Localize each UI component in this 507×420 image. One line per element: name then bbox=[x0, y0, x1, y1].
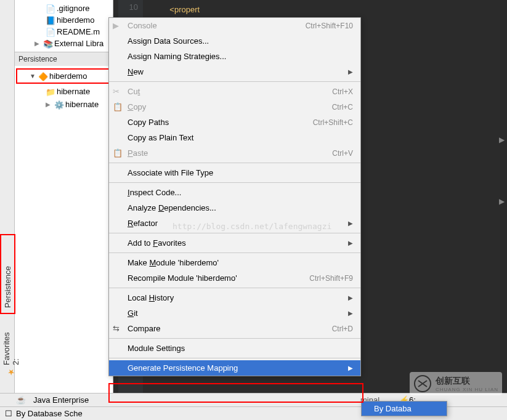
tree-item[interactable]: 📄 .gitignore bbox=[15, 2, 113, 14]
menu-shortcut: Ctrl+C bbox=[332, 103, 353, 111]
menu-item-analyze-dependencies[interactable]: Analyze Dependencies... bbox=[109, 200, 360, 216]
module-icon: 🔶 bbox=[38, 72, 47, 81]
star-icon: ★ bbox=[7, 368, 16, 377]
menu-item-label: Associate with File Type bbox=[128, 168, 353, 177]
watermark: 创新互联 CHUANG XIN HU LIAN bbox=[410, 372, 502, 395]
menu-item-label: Copy as Plain Text bbox=[128, 133, 353, 142]
menu-item-inspect-code[interactable]: Inspect Code... bbox=[109, 185, 360, 200]
library-icon: 📚 bbox=[43, 39, 52, 48]
menu-item-copy-as-plain-text[interactable]: Copy as Plain Text bbox=[109, 130, 360, 145]
copy-icon: 📋 bbox=[113, 102, 123, 112]
submenu-item-by-database[interactable]: By Databa bbox=[362, 402, 447, 416]
compare-icon: ⇆ bbox=[113, 324, 123, 334]
submenu-arrow-icon: ▶ bbox=[348, 294, 353, 301]
menu-item-assign-naming-strategies[interactable]: Assign Naming Strategies... bbox=[109, 49, 360, 64]
submenu-arrow-icon: ▶ bbox=[348, 240, 353, 246]
menu-shortcut: Ctrl+Shift+F10 bbox=[306, 22, 353, 30]
module-file-icon: 📘 bbox=[46, 16, 54, 25]
checkbox-icon[interactable]: ☐ bbox=[5, 409, 12, 418]
persistence-item-label: hibernate bbox=[57, 87, 90, 96]
menu-separator bbox=[109, 288, 360, 288]
menu-item-new[interactable]: New▶ bbox=[109, 64, 360, 79]
menu-separator bbox=[109, 81, 360, 82]
menu-shortcut: Ctrl+V bbox=[332, 149, 353, 158]
submenu-arrow-icon: ▶ bbox=[348, 220, 353, 227]
expand-arrow-icon[interactable]: ▼ bbox=[30, 73, 36, 79]
tree-item-label: README.m bbox=[57, 27, 100, 36]
menu-item-label: Make Module 'hiberdemo' bbox=[128, 258, 353, 267]
menu-item-cut[interactable]: ✂CutCtrl+X bbox=[109, 84, 360, 99]
persistence-item-module[interactable]: ▼ 🔶 hiberdemo bbox=[16, 68, 112, 84]
menu-item-copy[interactable]: 📋CopyCtrl+C bbox=[109, 99, 360, 115]
menu-item-module-settings[interactable]: Module Settings bbox=[109, 341, 360, 356]
vertical-tab-label: 2: Favorites bbox=[2, 325, 20, 365]
watermark-text: 创新互联 bbox=[436, 376, 498, 387]
menu-item-generate-persistence-mapping[interactable]: Generate Persistence Mapping▶ bbox=[109, 360, 360, 376]
menu-item-git[interactable]: Git▶ bbox=[109, 305, 360, 321]
menu-item-label: Assign Data Sources... bbox=[128, 36, 353, 46]
menu-item-assign-data-sources[interactable]: Assign Data Sources... bbox=[109, 33, 360, 49]
cut-icon: ✂ bbox=[113, 87, 123, 97]
code-line: <propert bbox=[143, 2, 507, 17]
menu-item-associate-with-file-type[interactable]: Associate with File Type bbox=[109, 165, 360, 180]
persistence-tree: ▼ 🔶 hiberdemo 📁 hibernate ▶ ⚙️ hibernate bbox=[15, 66, 113, 112]
tree-item-label: hiberdemo bbox=[57, 15, 94, 25]
folder-icon: 📁 bbox=[46, 87, 54, 96]
menu-item-paste[interactable]: 📋PasteCtrl+V bbox=[109, 145, 360, 161]
menu-item-label: Recompile Module 'hiberdemo' bbox=[128, 273, 309, 283]
tree-item-external-libs[interactable]: ▶ 📚 External Libra bbox=[15, 38, 113, 49]
expand-arrow-icon[interactable]: ▶ bbox=[34, 40, 41, 47]
expand-arrow-icon[interactable]: ▶ bbox=[46, 101, 52, 108]
vertical-tab-bar: Persistence ★ 2: Favorites bbox=[0, 0, 15, 420]
tree-item[interactable]: 📘 hiberdemo bbox=[15, 14, 113, 26]
submenu-arrow-icon: ▶ bbox=[348, 365, 353, 371]
vertical-tab-persistence[interactable]: Persistence bbox=[0, 234, 15, 314]
menu-item-label: Console bbox=[128, 21, 306, 30]
menu-item-label: Add to Favorites bbox=[128, 238, 342, 248]
menu-shortcut: Ctrl+X bbox=[332, 87, 353, 96]
menu-item-refactor[interactable]: Refactor▶ bbox=[109, 216, 360, 231]
menu-item-label: Refactor bbox=[128, 219, 342, 228]
menu-item-local-history[interactable]: Local History▶ bbox=[109, 290, 360, 305]
menu-separator bbox=[109, 233, 360, 233]
submenu-persistence-mapping: By Databa bbox=[361, 401, 447, 416]
submenu-arrow-icon: ▶ bbox=[348, 68, 353, 75]
menu-item-label: Copy Paths bbox=[128, 118, 313, 127]
menu-item-label: Cut bbox=[128, 87, 332, 96]
menu-separator bbox=[109, 252, 360, 253]
menu-item-copy-paths[interactable]: Copy PathsCtrl+Shift+C bbox=[109, 115, 360, 130]
panel-header: Persistence bbox=[15, 52, 113, 66]
menu-item-label: Git bbox=[128, 309, 342, 318]
menu-item-compare[interactable]: ⇆CompareCtrl+D bbox=[109, 321, 360, 336]
watermark-logo-icon bbox=[413, 374, 432, 393]
tree-item-label: External Libra bbox=[54, 39, 103, 48]
fold-marker-icon[interactable]: ▶ bbox=[499, 135, 505, 144]
vertical-tab-favorites[interactable]: ★ 2: Favorites bbox=[0, 320, 22, 382]
vertical-tab-label: Persistence bbox=[3, 266, 12, 308]
persistence-item[interactable]: ▶ ⚙️ hibernate bbox=[15, 98, 113, 111]
menu-shortcut: Ctrl+Shift+C bbox=[313, 118, 353, 127]
file-icon: 📄 bbox=[46, 4, 54, 13]
status-java-enterprise[interactable]: Java Enterprise bbox=[33, 395, 89, 405]
menu-item-recompile-module-hiberdemo[interactable]: Recompile Module 'hiberdemo'Ctrl+Shift+F… bbox=[109, 270, 360, 286]
line-number: 10 bbox=[121, 2, 138, 12]
menu-item-label: Paste bbox=[128, 148, 332, 158]
persistence-item-label: hibernate bbox=[65, 100, 99, 109]
menu-item-label: Generate Persistence Mapping bbox=[128, 363, 342, 373]
menu-item-label: Assign Naming Strategies... bbox=[128, 52, 353, 61]
menu-item-console[interactable]: ▶ConsoleCtrl+Shift+F10 bbox=[109, 18, 360, 33]
menu-item-label: Inspect Code... bbox=[128, 188, 353, 197]
fold-marker-icon[interactable]: ▶ bbox=[499, 197, 505, 206]
tree-item[interactable]: 📄 README.m bbox=[15, 26, 113, 38]
bottom-by-schema[interactable]: By Database Sche bbox=[16, 409, 83, 418]
file-tree: 📄 .gitignore 📘 hiberdemo 📄 README.m ▶ 📚 … bbox=[15, 0, 113, 52]
menu-item-label: Compare bbox=[128, 324, 332, 333]
menu-item-make-module-hiberdemo[interactable]: Make Module 'hiberdemo' bbox=[109, 255, 360, 270]
tree-item-label: .gitignore bbox=[57, 4, 89, 13]
submenu-item-label: By Databa bbox=[374, 404, 412, 413]
persistence-item[interactable]: 📁 hibernate bbox=[15, 85, 113, 98]
menu-separator bbox=[109, 358, 360, 358]
java-enterprise-icon: ☕ bbox=[16, 395, 26, 405]
menu-item-add-to-favorites[interactable]: Add to Favorites▶ bbox=[109, 235, 360, 251]
project-panel: 📄 .gitignore 📘 hiberdemo 📄 README.m ▶ 📚 … bbox=[15, 0, 113, 420]
